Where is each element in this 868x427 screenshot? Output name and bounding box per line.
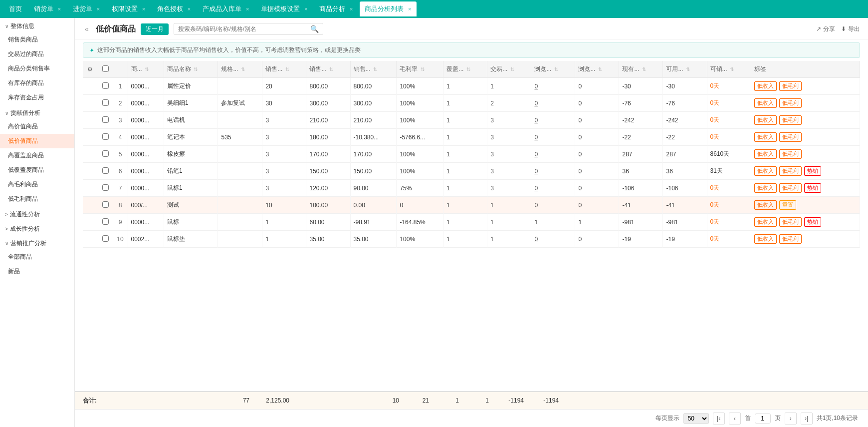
last-page-button[interactable]: ›| bbox=[801, 413, 813, 425]
col-trade[interactable]: 交易... ⇅ bbox=[487, 61, 531, 78]
browse1-link[interactable]: 1 bbox=[534, 219, 538, 226]
search-icon[interactable]: 🔍 bbox=[310, 25, 319, 33]
nav-item-goods[interactable]: 商品分析 × bbox=[314, 1, 358, 16]
col-coverage[interactable]: 覆盖... ⇅ bbox=[443, 61, 487, 78]
nav-item-product[interactable]: 产成品入库单 × bbox=[198, 1, 254, 16]
nav-item-template[interactable]: 单据模板设置 × bbox=[256, 1, 312, 16]
prev-page-button[interactable]: ‹ bbox=[729, 413, 741, 425]
sidebar-item-all-goods[interactable]: 全部商品 bbox=[0, 250, 74, 264]
row-checkbox[interactable] bbox=[102, 133, 109, 140]
nav-item-goods-list[interactable]: 商品分析列表 × bbox=[360, 1, 416, 16]
col-gross-rate[interactable]: 毛利率 ⇅ bbox=[397, 61, 443, 78]
nav-item-permission[interactable]: 权限设置 × bbox=[107, 1, 150, 16]
sidebar-item-high-coverage[interactable]: 高覆盖度商品 bbox=[0, 148, 74, 163]
row-browse1[interactable]: 0 bbox=[531, 95, 575, 112]
export-button[interactable]: ⬇ 导出 bbox=[841, 25, 860, 33]
row-checkbox[interactable] bbox=[102, 235, 109, 242]
per-page-select[interactable]: 50 100 200 bbox=[683, 413, 709, 424]
sidebar-item-low-margin[interactable]: 低毛利商品 bbox=[0, 192, 74, 206]
share-button[interactable]: ↗ 分享 bbox=[816, 25, 835, 33]
row-checkbox[interactable] bbox=[102, 201, 109, 208]
browse1-link[interactable]: 0 bbox=[534, 151, 538, 158]
first-page-button[interactable]: |‹ bbox=[713, 413, 725, 425]
sidebar-item-stock-goods[interactable]: 有库存的商品 bbox=[0, 76, 74, 90]
browse1-link[interactable]: 0 bbox=[534, 83, 538, 90]
browse1-link[interactable]: 0 bbox=[534, 134, 538, 141]
sidebar-section-marketing[interactable]: ∨ 营销推广分析 bbox=[0, 235, 74, 250]
col-sales-amount[interactable]: 销售... ⇅ bbox=[350, 61, 397, 78]
nav-item-purchase[interactable]: 进货单 × bbox=[68, 1, 105, 16]
sidebar-section-contribution[interactable]: ∨ 贡献值分析 bbox=[0, 105, 74, 119]
close-icon[interactable]: × bbox=[408, 6, 411, 12]
nav-item-sales[interactable]: 销货单 × bbox=[29, 1, 66, 16]
sidebar-section-general[interactable]: ∨ 整体信息 bbox=[0, 18, 74, 32]
close-icon[interactable]: × bbox=[97, 6, 100, 12]
next-page-button[interactable]: › bbox=[785, 413, 797, 425]
col-settings[interactable]: ⚙ bbox=[83, 61, 98, 78]
col-sales-price[interactable]: 销售... ⇅ bbox=[306, 61, 350, 78]
row-checkbox-cell[interactable] bbox=[98, 163, 113, 180]
row-checkbox[interactable] bbox=[102, 82, 109, 89]
row-checkbox[interactable] bbox=[102, 184, 109, 191]
browse1-link[interactable]: 0 bbox=[534, 202, 538, 209]
sidebar-item-traded-goods[interactable]: 交易过的商品 bbox=[0, 47, 74, 61]
browse1-link[interactable]: 0 bbox=[534, 168, 538, 175]
row-checkbox[interactable] bbox=[102, 167, 109, 174]
row-browse1[interactable]: 0 bbox=[531, 146, 575, 163]
nav-item-home[interactable]: 首页 bbox=[4, 1, 27, 16]
col-name[interactable]: 商品名称 ⇅ bbox=[164, 61, 218, 78]
sidebar-section-growth[interactable]: > 成长性分析 bbox=[0, 221, 74, 235]
row-checkbox-cell[interactable] bbox=[98, 214, 113, 231]
col-available[interactable]: 可用... ⇅ bbox=[663, 61, 707, 78]
row-checkbox[interactable] bbox=[102, 99, 109, 106]
row-checkbox-cell[interactable] bbox=[98, 95, 113, 112]
row-checkbox[interactable] bbox=[102, 116, 109, 123]
col-spec[interactable]: 规格... ⇅ bbox=[218, 61, 262, 78]
row-browse1[interactable]: 0 bbox=[531, 163, 575, 180]
page-number-input[interactable] bbox=[755, 414, 771, 424]
row-checkbox-cell[interactable] bbox=[98, 231, 113, 248]
sidebar-item-stock-capital[interactable]: 库存资金占用 bbox=[0, 90, 74, 105]
row-browse1[interactable]: 1 bbox=[531, 214, 575, 231]
sidebar-collapse-button[interactable]: « bbox=[83, 24, 91, 34]
col-browse2[interactable]: 浏览... ⇅ bbox=[575, 61, 619, 78]
col-browse1[interactable]: 浏览... ⇅ bbox=[531, 61, 575, 78]
col-saleable[interactable]: 可销... ⇅ bbox=[707, 61, 751, 78]
table-container[interactable]: ⚙ 商... ⇅ 商品名称 ⇅ 规格... ⇅ 销售... ⇅ 销售... ⇅ … bbox=[83, 61, 860, 391]
col-stock[interactable]: 现有... ⇅ bbox=[619, 61, 663, 78]
sidebar-item-high-value[interactable]: 高价值商品 bbox=[0, 119, 74, 134]
browse1-link[interactable]: 0 bbox=[534, 100, 538, 107]
close-icon[interactable]: × bbox=[142, 6, 145, 12]
row-checkbox-cell[interactable] bbox=[98, 129, 113, 146]
close-icon[interactable]: × bbox=[246, 6, 249, 12]
row-browse1[interactable]: 0 bbox=[531, 197, 575, 214]
row-browse1[interactable]: 0 bbox=[531, 129, 575, 146]
sidebar-item-low-value[interactable]: 低价值商品 bbox=[0, 134, 74, 148]
sidebar-item-category-rate[interactable]: 商品分类销售率 bbox=[0, 61, 74, 76]
row-checkbox-cell[interactable] bbox=[98, 146, 113, 163]
browse1-link[interactable]: 0 bbox=[534, 117, 538, 124]
filter-period-button[interactable]: 近一月 bbox=[141, 23, 169, 35]
close-icon[interactable]: × bbox=[304, 6, 307, 12]
browse1-link[interactable]: 0 bbox=[534, 236, 538, 243]
col-code[interactable]: 商... ⇅ bbox=[128, 61, 164, 78]
row-browse1[interactable]: 0 bbox=[531, 180, 575, 197]
sidebar-item-new-goods[interactable]: 新品 bbox=[0, 264, 74, 279]
row-checkbox-cell[interactable] bbox=[98, 78, 113, 95]
row-browse1[interactable]: 0 bbox=[531, 112, 575, 129]
row-browse1[interactable]: 0 bbox=[531, 231, 575, 248]
close-icon[interactable]: × bbox=[350, 6, 353, 12]
select-all-checkbox[interactable] bbox=[102, 65, 109, 72]
sidebar-item-sales-goods[interactable]: 销售类商品 bbox=[0, 32, 74, 47]
close-icon[interactable]: × bbox=[188, 6, 191, 12]
row-checkbox-cell[interactable] bbox=[98, 197, 113, 214]
row-checkbox-cell[interactable] bbox=[98, 112, 113, 129]
browse1-link[interactable]: 0 bbox=[534, 185, 538, 192]
nav-item-role[interactable]: 角色授权 × bbox=[152, 1, 196, 16]
close-icon[interactable]: × bbox=[58, 6, 61, 12]
sidebar-section-flow[interactable]: > 流通性分析 bbox=[0, 206, 74, 221]
row-checkbox[interactable] bbox=[102, 218, 109, 225]
sidebar-item-high-margin[interactable]: 高毛利商品 bbox=[0, 177, 74, 192]
sidebar-item-low-coverage[interactable]: 低覆盖度商品 bbox=[0, 163, 74, 177]
row-checkbox[interactable] bbox=[102, 150, 109, 157]
